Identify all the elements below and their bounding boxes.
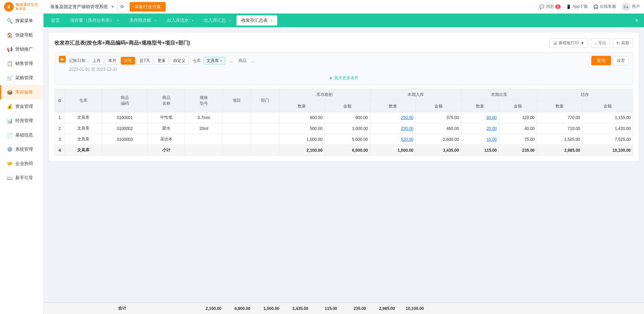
col-opening-amt-header: 金额 (325, 101, 370, 112)
search-icon: 🔍 (6, 18, 13, 24)
product-filter-area: 商品 ... (238, 58, 256, 64)
date-filter-group: 上月 本月 本年 近7天 更多 自定义 (89, 57, 188, 65)
experience-button[interactable]: 体验行业方案 (130, 2, 166, 12)
sidebar-item-purchase[interactable]: 🛒 采购管理 (0, 71, 43, 85)
cell-out-qty[interactable]: 20.00 (461, 123, 499, 134)
print-template-button[interactable]: 🖨 换模板打印 ▼ (549, 38, 588, 48)
col-warehouse-header: 仓库 (65, 89, 102, 112)
sidebar-label-guide: 新手引导 (15, 175, 33, 181)
col-settings: ⚙ (55, 89, 65, 112)
sidebar-label-purchase: 采购管理 (15, 75, 33, 81)
filter-inner: 记账日期 上月 本月 本年 近7天 更多 自定义 (69, 56, 629, 72)
cell-out-qty[interactable]: 80.00 (461, 112, 499, 123)
date-custom-button[interactable]: 自定义 (170, 57, 188, 65)
col-project-header: 项目 (223, 89, 251, 112)
sidebar-item-operations[interactable]: 📊 经营管理 (0, 114, 43, 128)
tab-inout-flow[interactable]: 出入库流水 × (162, 15, 198, 26)
sidebar-label-search: 搜索菜单 (15, 18, 33, 24)
warehouse-filter-dots[interactable]: ... (228, 58, 234, 63)
sidebar-item-sales[interactable]: 📋 销售管理 (0, 56, 43, 71)
tab-close-inout-summary[interactable]: × (229, 18, 231, 22)
date-this-month-button[interactable]: 本月 (105, 57, 119, 65)
cell-opening-qty: 2,100.00 (279, 145, 325, 156)
cell-in-amt: 2,600.00 (416, 134, 461, 145)
date-more-button[interactable]: 更多 (154, 57, 169, 65)
sidebar-item-search[interactable]: 🔍 搜索菜单 (0, 14, 43, 28)
cell-out-qty[interactable]: 15.00 (461, 134, 499, 145)
app-download-button[interactable]: 📱 App下载 (566, 4, 588, 10)
sidebar-item-marketing[interactable]: 📢 营销推广 (0, 42, 43, 56)
cell-in-qty[interactable]: 520.00 (370, 134, 416, 145)
tab-inout-summary[interactable]: 出入库汇总 × (199, 15, 235, 26)
tab-close-stock-distribution[interactable]: × (117, 18, 119, 22)
expand-more-button[interactable]: ▼ 展开更多条件 (329, 75, 359, 81)
warehouse-filter-area: 仓库 文具库 × ... (193, 57, 234, 65)
bottom-total-label: 合计 (49, 305, 195, 311)
finance-icon: 💰 (6, 103, 13, 110)
export-button[interactable]: ↓ 导出 (591, 38, 610, 48)
bottom-total-closing-qty: 2,985.00 (369, 306, 398, 311)
cell-dept (251, 145, 279, 156)
headset-icon: 🎧 (593, 4, 598, 9)
filter-main-row: 记账日期 上月 本月 本年 近7天 更多 自定义 (69, 56, 629, 65)
cell-opening-amt: 6,900.00 (325, 145, 370, 156)
print-icon: 🖨 (553, 41, 557, 46)
cell-warehouse: 文具库 (65, 134, 102, 145)
logo-text: 畅捷通好生意 标准版 (16, 2, 38, 11)
tab-bar: 首页 现存量（库存分布表） × 库存批次账 × 出入库流水 × 出入库汇总 × … (44, 14, 644, 27)
sidebar-item-finance[interactable]: 💰 资金管理 (0, 99, 43, 114)
sidebar-item-system[interactable]: ⚙️ 系统管理 (0, 142, 43, 156)
cell-spec: 0.7mm (185, 112, 223, 123)
date-7days-button[interactable]: 近7天 (136, 57, 153, 65)
tab-home[interactable]: 首页 (46, 15, 65, 26)
tab-close-batch-account[interactable]: × (154, 18, 156, 22)
cell-warehouse: 文具库 (65, 145, 102, 156)
logo-icon: 6 (4, 2, 14, 12)
tab-close-receivable-summary[interactable]: × (270, 18, 273, 22)
query-button[interactable]: 查询 (591, 56, 611, 65)
product-filter-label: 商品 (238, 58, 247, 64)
table-settings-button[interactable]: 设置 (613, 56, 629, 65)
message-badge: 6 (555, 4, 561, 9)
refresh-button[interactable]: ↻ 刷新 (613, 38, 633, 48)
cell-closing-amt: 1,155.00 (582, 112, 633, 123)
cell-in-qty[interactable]: 250.00 (370, 112, 416, 123)
data-table: ⚙ 仓库 商品编码 商品名称 规格型号 项目 部门 库存期初 本期入库 本期出库 (54, 89, 633, 156)
warehouse-tag-close[interactable]: × (220, 59, 222, 63)
cell-closing-qty: 2,985.00 (537, 145, 582, 156)
tab-stock-distribution[interactable]: 现存量（库存分布表） × (65, 15, 124, 26)
sidebar-label-finance: 资金管理 (15, 103, 33, 110)
cell-warehouse: 文具库 (65, 112, 102, 123)
sidebar-item-quicknav[interactable]: 🏠 快捷导航 (0, 28, 43, 42)
product-filter-dots[interactable]: ... (249, 58, 256, 63)
system-title-dropdown[interactable]: ▼ (111, 4, 115, 9)
tab-batch-account[interactable]: 库存批次账 × (125, 15, 161, 26)
sidebar-label-sales: 销售管理 (15, 61, 33, 67)
purchase-icon: 🛒 (6, 75, 13, 81)
date-range-text: 2023-01-01 至 2023-12-31 (69, 67, 117, 72)
tab-receivable-summary[interactable]: 收发存汇总表 × (236, 15, 277, 26)
cell-code: 0100003 (102, 134, 148, 145)
date-this-year-button[interactable]: 本年 (121, 57, 135, 65)
settings-gear-button[interactable]: ⚙ (117, 2, 127, 12)
tab-stock-distribution-label: 现存量（库存分布表） (70, 17, 114, 23)
sidebar-item-basicinfo[interactable]: 📄 基础信息 (0, 128, 43, 142)
tab-close-inout-flow[interactable]: × (192, 18, 194, 22)
user-area[interactable]: Ea 用户 (622, 2, 640, 11)
sidebar-item-inventory[interactable]: 📦 库存核算 (0, 85, 43, 99)
page-content: 收发存汇总表(按仓库+商品编码+商品+规格型号+项目+部门) 🖨 换模板打印 ▼… (44, 27, 644, 302)
cell-out-qty: 115.00 (461, 145, 499, 156)
tab-bar-close-button[interactable]: × (632, 16, 641, 26)
sidebar-label-quicknav: 快捷导航 (15, 32, 33, 38)
online-service-button[interactable]: 🎧 在线客服 (593, 4, 616, 10)
sidebar-item-guide[interactable]: 📖 新手引导 (0, 171, 43, 185)
date-prev-month-button[interactable]: 上月 (89, 57, 104, 65)
cell-opening-qty: 600.00 (279, 112, 325, 123)
warehouse-filter-label: 仓库 (193, 58, 201, 64)
expand-more-area: ▼ 展开更多条件 (59, 75, 629, 81)
sidebar-item-collab[interactable]: 🤝 企业协同 (0, 156, 43, 171)
collapse-arrow-button[interactable]: ▶ (59, 56, 66, 63)
cell-in-qty[interactable]: 230.00 (370, 123, 416, 134)
sidebar-label-basicinfo: 基础信息 (15, 132, 33, 138)
message-button[interactable]: 💬 消息 6 (539, 4, 561, 10)
